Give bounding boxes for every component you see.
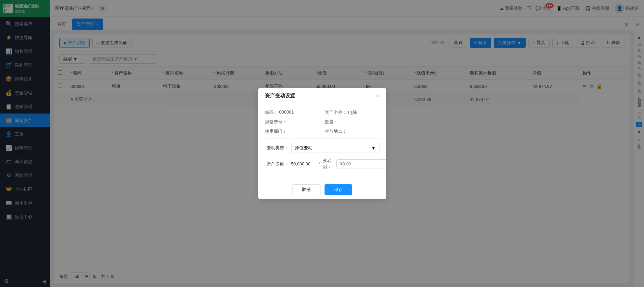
modal-title: 资产变动设置 (265, 93, 295, 99)
modal-name-field: 资产名称： 电脑 (325, 109, 379, 116)
modal-change-type-row: 变动类型： 原值变动 ▼ (265, 143, 379, 153)
modal-quantity-label: 数量： (325, 119, 338, 125)
modal-header: 资产变动设置 × (258, 88, 386, 104)
modal-after-label: 变动后： (323, 158, 332, 170)
modal-overlay: 资产变动设置 × 编码： 000001 资产名称： 电脑 规格型号： (0, 0, 644, 287)
asset-change-modal: 资产变动设置 × 编码： 000001 资产名称： 电脑 规格型号： (258, 88, 386, 199)
modal-location-field: 存放地点： (325, 128, 379, 134)
modal-name-value: 电脑 (348, 109, 357, 116)
modal-divider (265, 138, 379, 139)
modal-body: 编码： 000001 资产名称： 电脑 规格型号： 数量： (258, 104, 386, 180)
modal-change-type-label: 变动类型： (265, 145, 288, 151)
modal-code-value: 000001 (279, 109, 294, 116)
modal-location-label: 存放地点： (325, 128, 347, 134)
modal-spec-label: 规格型号： (265, 119, 287, 125)
modal-name-label: 资产名称： (325, 109, 347, 116)
cancel-button[interactable]: 取消 (292, 184, 320, 195)
modal-change-type-arrow-icon: ▼ (371, 146, 376, 151)
modal-quantity-field: 数量： (325, 119, 379, 125)
modal-footer: 取消 保存 (258, 180, 386, 199)
modal-value-row: 资产原值： 50,000.00 * 变动后： (265, 158, 379, 170)
modal-info-row-3: 使用部门： 存放地点： (265, 128, 379, 134)
modal-info-row-1: 编码： 000001 资产名称： 电脑 (265, 109, 379, 116)
modal-asset-value: 50,000.00 (291, 161, 311, 166)
modal-dept-label: 使用部门： (265, 128, 287, 134)
modal-required-star: * (318, 161, 320, 166)
modal-asset-value-label: 资产原值： (265, 161, 288, 167)
modal-code-field: 编码： 000001 (265, 109, 319, 116)
save-button[interactable]: 保存 (325, 184, 352, 195)
modal-change-type-value: 原值变动 (295, 145, 312, 151)
modal-code-label: 编码： (265, 109, 278, 116)
modal-close-button[interactable]: × (376, 93, 379, 99)
modal-spec-field: 规格型号： (265, 119, 319, 125)
modal-after-input[interactable] (336, 159, 386, 168)
modal-info-row-2: 规格型号： 数量： (265, 119, 379, 125)
modal-dept-field: 使用部门： (265, 128, 319, 134)
modal-change-type-select[interactable]: 原值变动 ▼ (291, 143, 379, 153)
